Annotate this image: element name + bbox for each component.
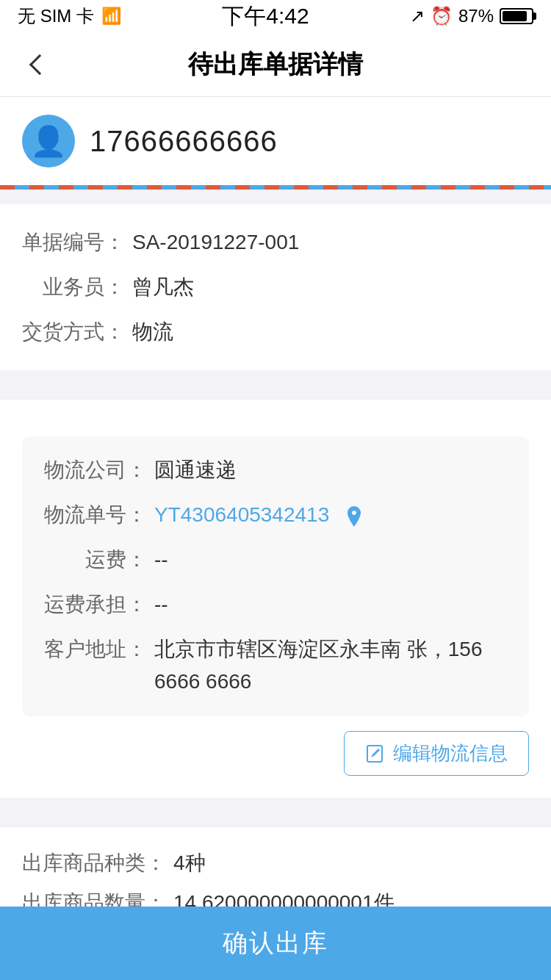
section-separator-1	[0, 370, 551, 385]
address-row: 客户地址： 北京市市辖区海淀区永丰南 张，156 6666 6666	[44, 633, 507, 699]
document-number-value: SA-20191227-001	[132, 226, 529, 259]
sales-person-label: 业务员：	[22, 271, 132, 304]
nav-bar: 待出库单据详情	[0, 32, 551, 97]
document-number-row: 单据编号： SA-20191227-001	[22, 226, 529, 259]
customer-phone: 17666666666	[90, 125, 278, 158]
section-separator-2	[0, 798, 551, 813]
bottom-area: 确认出库	[0, 907, 551, 980]
goods-types-row: 出库商品种类： 4种	[22, 849, 529, 877]
avatar: 👤	[22, 115, 75, 167]
logistics-company-row: 物流公司： 圆通速递	[44, 454, 507, 487]
delivery-method-label: 交货方式：	[22, 316, 132, 349]
confirm-label: 确认出库	[223, 926, 328, 960]
edit-icon	[365, 743, 386, 764]
dashed-divider	[0, 185, 551, 190]
goods-types-value: 4种	[173, 849, 206, 877]
status-right: ↗ ⏰ 87%	[410, 6, 533, 26]
customer-header: 👤 17666666666	[0, 97, 551, 185]
order-info-section: 单据编号： SA-20191227-001 业务员： 曾凡杰 交货方式： 物流	[0, 204, 551, 370]
battery-fill	[503, 11, 527, 21]
sales-person-value: 曾凡杰	[132, 271, 529, 304]
back-chevron-icon	[29, 54, 50, 74]
edit-logistics-label: 编辑物流信息	[393, 741, 508, 766]
freight-row: 运费： --	[44, 544, 507, 577]
freight-bearer-label: 运费承担：	[44, 588, 154, 621]
address-label: 客户地址：	[44, 633, 154, 666]
status-bar: 无 SIM 卡 📶 下午4:42 ↗ ⏰ 87%	[0, 0, 551, 32]
document-number-label: 单据编号：	[22, 226, 132, 259]
logistics-box: 物流公司： 圆通速递 物流单号： YT4306405342413 运费： -- …	[22, 436, 529, 716]
confirm-button[interactable]: 确认出库	[0, 907, 551, 980]
logistics-tracking-row: 物流单号： YT4306405342413	[44, 499, 507, 532]
freight-bearer-row: 运费承担： --	[44, 588, 507, 621]
wifi-icon: 📶	[101, 7, 121, 26]
delivery-method-row: 交货方式： 物流	[22, 316, 529, 349]
logistics-tracking-value: YT4306405342413	[154, 499, 507, 532]
track-location-icon[interactable]	[341, 503, 367, 530]
logistics-section: 物流公司： 圆通速递 物流单号： YT4306405342413 运费： -- …	[0, 400, 551, 798]
logistics-company-label: 物流公司：	[44, 454, 154, 487]
sales-person-row: 业务员： 曾凡杰	[22, 271, 529, 304]
battery-icon	[500, 8, 533, 24]
location-icon: ↗	[410, 6, 425, 26]
edit-logistics-area: 编辑物流信息	[22, 731, 529, 776]
alarm-icon: ⏰	[431, 6, 453, 26]
page-title: 待出库单据详情	[62, 48, 489, 82]
logistics-tracking-label: 物流单号：	[44, 499, 154, 532]
edit-logistics-button[interactable]: 编辑物流信息	[344, 731, 529, 776]
address-value: 北京市市辖区海淀区永丰南 张，156 6666 6666	[154, 633, 507, 699]
tracking-number: YT4306405342413	[154, 503, 329, 526]
status-left: 无 SIM 卡 📶	[18, 4, 121, 28]
logistics-company-value: 圆通速递	[154, 454, 507, 487]
battery-percent: 87%	[458, 6, 494, 26]
delivery-method-value: 物流	[132, 316, 529, 349]
avatar-icon: 👤	[30, 124, 67, 159]
carrier-text: 无 SIM 卡	[18, 4, 94, 28]
freight-bearer-value: --	[154, 588, 507, 621]
goods-types-label: 出库商品种类：	[22, 849, 173, 877]
freight-value: --	[154, 544, 507, 577]
status-time: 下午4:42	[222, 1, 309, 32]
freight-label: 运费：	[44, 544, 154, 577]
back-button[interactable]	[18, 43, 62, 87]
